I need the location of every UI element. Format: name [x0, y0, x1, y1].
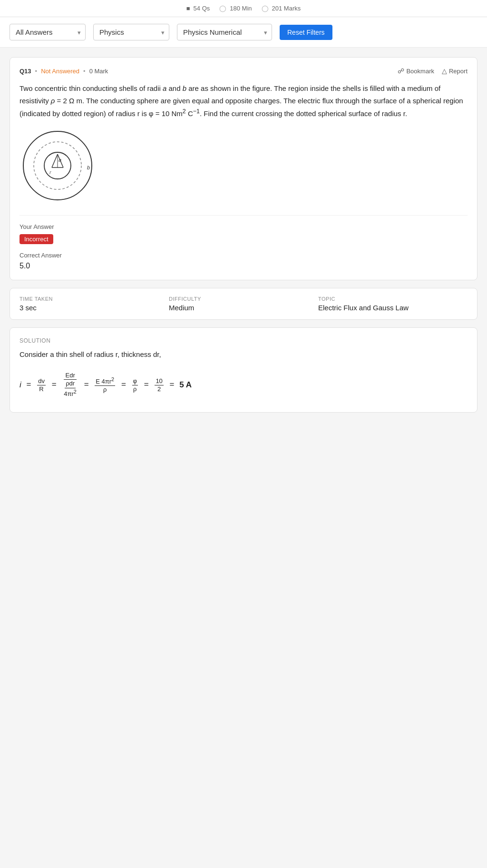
- main-content: Q13 • Not Answered • 0 Mark ☍ Bookmark △…: [0, 48, 487, 422]
- physics-dropdown[interactable]: Physics: [93, 24, 169, 40]
- report-icon: △: [442, 67, 447, 75]
- difficulty-value: Medium: [169, 304, 318, 312]
- meta-dot2: •: [83, 68, 86, 75]
- question-meta-right: ☍ Bookmark △ Report: [398, 67, 468, 75]
- correct-answer-label: Correct Answer: [19, 252, 468, 259]
- solution-section: SOLUTION Consider a thin shell of radius…: [10, 327, 477, 413]
- solution-text: Consider a thin shell of radius r, thick…: [19, 349, 468, 360]
- svg-line-6: [52, 154, 58, 168]
- time-taken-value: 3 sec: [19, 304, 169, 312]
- stat-topic: TOPIC Electric Flux and Gauss Law: [318, 296, 468, 312]
- fraction-dv-r: dv R: [37, 377, 46, 393]
- question-meta-left: Q13 • Not Answered • 0 Mark: [19, 68, 108, 75]
- report-button[interactable]: △ Report: [442, 67, 468, 75]
- all-answers-select[interactable]: All Answers: [10, 24, 86, 40]
- time-taken-label: TIME TAKEN: [19, 296, 169, 302]
- physics-select[interactable]: Physics: [93, 24, 169, 40]
- bookmark-button[interactable]: ☍ Bookmark: [398, 67, 434, 75]
- fraction-edr: Edr ρdr 4πr2: [62, 372, 78, 399]
- stat-time-taken: TIME TAKEN 3 sec: [19, 296, 169, 312]
- correct-answer-value: 5.0: [19, 262, 468, 270]
- svg-text:r: r: [49, 169, 52, 175]
- fraction-10-2: 10 2: [155, 377, 163, 393]
- diagram-container: a r b: [19, 128, 468, 204]
- incorrect-badge: Incorrect: [19, 234, 53, 244]
- marks-info: ◯ 201 Marks: [262, 5, 301, 12]
- question-status: Not Answered: [41, 68, 79, 75]
- filters-row: All Answers Physics Physics Numerical Re…: [0, 17, 487, 48]
- physics-numerical-select[interactable]: Physics Numerical: [177, 24, 272, 40]
- question-mark: 0 Mark: [89, 68, 108, 75]
- top-bar: ■ 54 Qs ◯ 180 Min ◯ 201 Marks: [0, 0, 487, 17]
- fraction-phi-rho: φ ρ: [132, 377, 138, 393]
- question-number: Q13: [19, 68, 31, 75]
- report-label: Report: [449, 68, 468, 75]
- your-answer-label: Your Answer: [19, 223, 468, 230]
- topic-label: TOPIC: [318, 296, 468, 302]
- solution-label: SOLUTION: [19, 337, 468, 344]
- all-answers-dropdown[interactable]: All Answers: [10, 24, 86, 40]
- qs-count: ■ 54 Qs: [186, 5, 210, 12]
- question-text: Two concentric thin conducting shells of…: [19, 82, 468, 120]
- reset-filters-button[interactable]: Reset Filters: [280, 25, 332, 40]
- physics-numerical-dropdown[interactable]: Physics Numerical: [177, 24, 272, 40]
- fraction-e4pi: E 4πr2 ρ: [95, 376, 115, 394]
- correct-answer-section: Correct Answer 5.0: [19, 252, 468, 270]
- bookmark-label: Bookmark: [406, 68, 434, 75]
- topic-value: Electric Flux and Gauss Law: [318, 304, 468, 312]
- difficulty-label: DIFFICULTY: [169, 296, 318, 302]
- bookmark-icon: ☍: [398, 67, 404, 75]
- math-formula: i = dv R = Edr ρdr 4πr2 = E 4πr2 ρ: [19, 368, 468, 403]
- question-meta: Q13 • Not Answered • 0 Mark ☍ Bookmark △…: [19, 67, 468, 75]
- stat-difficulty: DIFFICULTY Medium: [169, 296, 318, 312]
- meta-dot1: •: [35, 68, 38, 75]
- svg-text:b: b: [87, 165, 90, 170]
- time-info: ◯ 180 Min: [219, 5, 252, 12]
- stats-row: TIME TAKEN 3 sec DIFFICULTY Medium TOPIC…: [10, 288, 477, 320]
- concentric-shells-diagram: a r b: [19, 128, 96, 204]
- question-card: Q13 • Not Answered • 0 Mark ☍ Bookmark △…: [10, 57, 477, 280]
- answer-section: Your Answer Incorrect Correct Answer 5.0: [19, 215, 468, 270]
